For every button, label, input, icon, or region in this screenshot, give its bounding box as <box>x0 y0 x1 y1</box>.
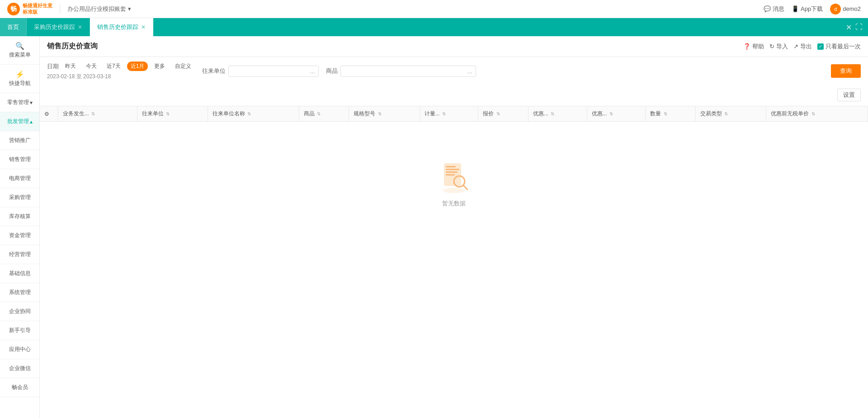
goods-input-dots: ... <box>467 68 472 75</box>
empty-text: 暂无数据 <box>442 200 466 208</box>
page-title: 销售历史价查询 <box>47 42 98 51</box>
th-biz-date[interactable]: 业务发生... ⇅ <box>58 106 137 122</box>
date-btn-today[interactable]: 今天 <box>82 62 100 71</box>
date-range-text: 2023-02-18 至 2023-03-18 <box>47 73 195 81</box>
checkbox-icon: ✓ <box>817 43 824 50</box>
date-btn-yesterday[interactable]: 昨天 <box>61 62 80 71</box>
quick-nav-icon: ⚡ <box>2 70 38 79</box>
main-layout: 🔍 搜索菜单 ⚡ 快捷导航 零售管理 ▾ 批发管理 ▴ 营销推广 销售管理 电商… <box>0 36 868 418</box>
goods-input[interactable]: ... <box>340 66 476 77</box>
sort-icon: ⇅ <box>247 111 251 116</box>
sort-icon: ⇅ <box>378 111 382 116</box>
page-header: 销售历史价查询 ❓ 帮助 ↻ 导入 ↗ 导出 ✓ 只看最后一次 <box>40 36 868 57</box>
sidebar-item-wholesale-mgmt[interactable]: 批发管理 ▴ <box>0 112 39 131</box>
svg-line-7 <box>463 185 467 190</box>
goods-label: 商品 <box>326 67 338 75</box>
th-unit[interactable]: 计量... ⇅ <box>420 106 478 122</box>
top-bar: 畅 畅捷通好生意 标准版 办公用品行业模拟账套 ▾ 💬 消息 📱 App下载 d… <box>0 0 868 18</box>
filter-right: 查询 <box>831 64 861 78</box>
sort-icon: ⇅ <box>811 111 815 116</box>
data-table: ⚙ 业务发生... ⇅ 往来单位 ⇅ 往来单位名称 ⇅ <box>40 106 868 122</box>
close-tab-action[interactable]: ✕ <box>846 23 852 32</box>
date-btn-7days[interactable]: 近7天 <box>103 62 124 71</box>
query-button[interactable]: 查询 <box>831 64 861 78</box>
empty-state: 暂无数据 <box>40 122 868 244</box>
sort-icon: ⇅ <box>317 111 321 116</box>
sort-icon: ⇅ <box>91 111 95 116</box>
tab-home[interactable]: 首页 <box>0 18 27 36</box>
maximize-action[interactable]: ⛶ <box>855 23 863 31</box>
th-discount1[interactable]: 优惠... ⇅ <box>528 106 587 122</box>
sidebar-item-marketing[interactable]: 营销推广 <box>0 131 39 150</box>
sidebar-item-enterprise-wechat[interactable]: 企业微信 <box>0 359 39 378</box>
sidebar-item-member[interactable]: 畅会员 <box>0 378 39 397</box>
tab-sales-history[interactable]: 销售历史价跟踪 ✕ <box>90 18 153 36</box>
goods-filter-group: 商品 ... <box>326 66 476 77</box>
workspace-selector[interactable]: 办公用品行业模拟账套 ▾ <box>67 5 131 13</box>
sidebar-item-app-center[interactable]: 应用中心 <box>0 340 39 359</box>
app-download-btn[interactable]: 📱 App下载 <box>792 5 823 13</box>
tab-close-sales[interactable]: ✕ <box>141 24 146 30</box>
last-only-toggle[interactable]: ✓ 只看最后一次 <box>817 43 861 51</box>
svg-rect-3 <box>446 169 459 170</box>
user-menu[interactable]: d demo2 <box>830 4 861 14</box>
date-label: 日期 <box>47 62 59 71</box>
date-btn-1month[interactable]: 近1月 <box>127 62 148 71</box>
th-settings: ⚙ <box>40 106 58 122</box>
page-header-actions: ❓ 帮助 ↻ 导入 ↗ 导出 ✓ 只看最后一次 <box>743 43 861 51</box>
th-spec[interactable]: 规格型号 ⇅ <box>349 106 420 122</box>
logo-text: 畅捷通好生意 标准版 <box>23 3 52 14</box>
download-icon: 📱 <box>792 5 799 12</box>
settings-gear-icon[interactable]: ⚙ <box>44 111 49 117</box>
sidebar-item-finance[interactable]: 资金管理 <box>0 226 39 245</box>
th-discount2[interactable]: 优惠... ⇅ <box>587 106 646 122</box>
sidebar-item-ecommerce[interactable]: 电商管理 <box>0 169 39 188</box>
sort-icon: ⇅ <box>609 111 613 116</box>
date-btn-custom[interactable]: 自定义 <box>171 62 195 71</box>
search-icon: 🔍 <box>2 42 38 50</box>
filter-bar: 日期 昨天 今天 近7天 近1月 更多 自定义 2023-02-18 至 202… <box>40 57 868 106</box>
partner-label: 往来单位 <box>202 67 226 75</box>
chevron-up-icon: ▴ <box>30 119 33 125</box>
sort-icon: ⇅ <box>724 111 728 116</box>
sidebar-item-inventory[interactable]: 库存核算 <box>0 207 39 226</box>
th-trade-type[interactable]: 交易类型 ⇅ <box>696 106 766 122</box>
sidebar-item-purchase-mgmt[interactable]: 采购管理 <box>0 188 39 207</box>
sidebar-item-base-info[interactable]: 基础信息 <box>0 264 39 283</box>
sidebar-item-system-mgmt[interactable]: 系统管理 <box>0 283 39 302</box>
sidebar-item-quick-nav[interactable]: ⚡ 快捷导航 <box>0 65 39 93</box>
sidebar-item-retail-mgmt[interactable]: 零售管理 ▾ <box>0 93 39 112</box>
tab-purchase-history[interactable]: 采购历史价跟踪 ✕ <box>27 18 90 36</box>
sidebar-item-search-menu[interactable]: 🔍 搜索菜单 <box>0 36 39 65</box>
help-btn[interactable]: ❓ 帮助 <box>743 43 764 51</box>
sort-icon: ⇅ <box>166 111 170 116</box>
date-btn-more[interactable]: 更多 <box>151 62 169 71</box>
sidebar-item-ops-mgmt[interactable]: 经营管理 <box>0 245 39 264</box>
date-options: 昨天 今天 近7天 近1月 更多 自定义 <box>61 62 195 71</box>
th-goods[interactable]: 商品 ⇅ <box>299 106 349 122</box>
tab-close-purchase[interactable]: ✕ <box>78 24 82 30</box>
sidebar-item-sales-mgmt[interactable]: 销售管理 <box>0 150 39 169</box>
message-btn[interactable]: 💬 消息 <box>764 5 784 13</box>
chevron-down-icon: ▾ <box>30 100 33 106</box>
th-pretax-price[interactable]: 优惠前无税单价 ⇅ <box>766 106 868 122</box>
partner-filter-group: 往来单位 ... <box>202 66 319 77</box>
partner-input-dots: ... <box>310 68 315 75</box>
sidebar-item-new-guide[interactable]: 新手引导 <box>0 321 39 340</box>
th-partner-name[interactable]: 往来单位名称 ⇅ <box>208 106 299 122</box>
import-btn[interactable]: ↻ 导入 <box>769 43 788 51</box>
sidebar-item-enterprise[interactable]: 企业协同 <box>0 302 39 321</box>
date-filter-group: 日期 昨天 今天 近7天 近1月 更多 自定义 2023-02-18 至 202… <box>47 62 195 81</box>
export-btn[interactable]: ↗ 导出 <box>793 43 812 51</box>
logo-area: 畅 畅捷通好生意 标准版 <box>7 3 52 15</box>
settings-button[interactable]: 设置 <box>837 89 861 101</box>
table-container: ⚙ 业务发生... ⇅ 往来单位 ⇅ 往来单位名称 ⇅ <box>40 106 868 418</box>
th-partner-code[interactable]: 往来单位 ⇅ <box>137 106 208 122</box>
top-bar-left: 畅 畅捷通好生意 标准版 办公用品行业模拟账套 ▾ <box>7 3 131 15</box>
partner-input[interactable]: ... <box>228 66 319 77</box>
settings-row: 设置 <box>47 89 861 101</box>
th-quote[interactable]: 报价 ⇅ <box>478 106 528 122</box>
th-quantity[interactable]: 数量 ⇅ <box>646 106 696 122</box>
table-header: ⚙ 业务发生... ⇅ 往来单位 ⇅ 往来单位名称 ⇅ <box>40 106 868 122</box>
tab-bar-actions: ✕ ⛶ <box>846 23 868 32</box>
